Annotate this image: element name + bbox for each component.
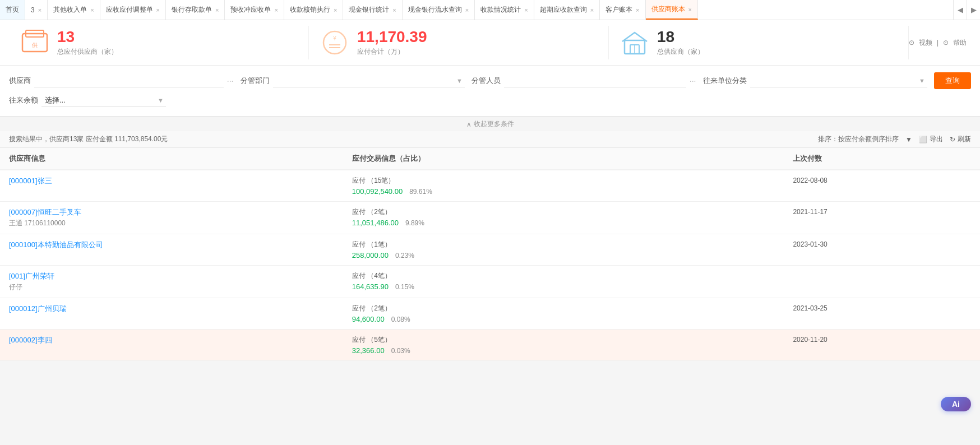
amount-link[interactable]: 32,366.00	[352, 346, 385, 355]
collapse-bar[interactable]: ∧ 收起更多条件	[0, 117, 980, 131]
close-receipt-verify[interactable]: ×	[334, 7, 337, 13]
percentage-text: 0.03%	[391, 347, 410, 355]
close-receipt-stat[interactable]: ×	[524, 7, 528, 13]
refresh-icon: ↻	[950, 136, 955, 143]
percentage-text: 0.15%	[395, 283, 414, 291]
supplier-sub-info: 仔仔	[9, 282, 334, 292]
stat-block-ap-total: ¥ 11,170.39 应付合计（万）	[309, 26, 609, 59]
supplier-icon-1: 供	[20, 28, 49, 57]
nav-tab-3[interactable]: 3 ×	[25, 0, 48, 20]
last-payment-date: 2021-11-17	[793, 208, 827, 216]
close-prepay-ar[interactable]: ×	[274, 7, 278, 13]
supplier-sub-info: 王通 17106110000	[9, 219, 334, 228]
last-payment-date: 2023-01-30	[793, 240, 827, 248]
result-bar: 搜索结果中，供应商13家 应付金额 111,703,854.00元 排序：按应付…	[0, 131, 980, 148]
refresh-action[interactable]: ↻ 刷新	[950, 135, 971, 144]
nav-tab-ar-ap-adjust[interactable]: 应收应付调整单 ×	[100, 0, 166, 20]
tx-label: 应付 （2笔）	[352, 208, 391, 216]
stats-bar: 供 13 总应付供应商（家） ¥ 11,170.39 应付合计（万）	[0, 20, 980, 66]
close-bank-deposit[interactable]: ×	[215, 7, 219, 13]
last-payment-cell: 2020-11-20	[784, 330, 980, 361]
stat-block-total-suppliers: 18 总供应商（家）	[609, 26, 909, 59]
svg-text:¥: ¥	[332, 35, 336, 41]
table-body: [000001]张三应付 （15笔）100,092,540.0089.61%20…	[0, 170, 980, 361]
last-payment-cell: 2021-03-25	[784, 298, 980, 330]
last-payment-cell: 2022-08-08	[784, 170, 980, 202]
nav-tab-bank-deposit[interactable]: 银行存取款单 ×	[166, 0, 225, 20]
filter-supplier: 供应商 ···	[9, 74, 234, 87]
table-row: [000002]李四应付 （5笔）32,366.000.03%2020-11-2…	[0, 330, 980, 361]
filter-person-input[interactable]	[504, 74, 686, 87]
export-action[interactable]: ⬜ 导出	[919, 135, 943, 144]
supplier-info-cell: [000100]本特勤油品有限公司	[0, 234, 343, 266]
query-button[interactable]: 查询	[934, 72, 971, 89]
nav-tab-prepay-ar[interactable]: 预收冲应收单 ×	[225, 0, 284, 20]
filter-balance-label: 往来余额	[9, 95, 38, 105]
amount-link[interactable]: 100,092,540.00	[352, 187, 403, 196]
supplier-info-cell: [000007]恒旺二手叉车王通 17106110000	[0, 202, 343, 234]
filter-person-dots[interactable]: ···	[690, 76, 696, 85]
close-tab-3[interactable]: ×	[38, 7, 41, 13]
table-row: [000012]广州贝瑞应付 （2笔）94,600.000.08%2021-03…	[0, 298, 980, 330]
close-cash-flow[interactable]: ×	[465, 7, 469, 13]
tx-line: 应付 （5笔）	[352, 335, 775, 345]
supplier-info-cell: [001]广州荣轩仔仔	[0, 266, 343, 298]
close-supplier-ledger[interactable]: ×	[688, 6, 692, 13]
nav-tab-cash-flow[interactable]: 现金银行流水查询 ×	[403, 0, 475, 20]
result-summary: 搜索结果中，供应商13家 应付金额 111,703,854.00元	[9, 135, 168, 144]
stat-ap-suppliers-number: 13	[57, 29, 118, 46]
supplier-link[interactable]: [000007]恒旺二手叉车	[9, 208, 81, 216]
filter-category-select-wrap: ▼	[750, 74, 928, 87]
tx-label: 应付 （2笔）	[352, 304, 391, 312]
last-payment-date: 2022-08-08	[793, 177, 827, 184]
stat-ap-suppliers-label: 总应付供应商（家）	[57, 47, 118, 57]
nav-tab-cash-stat[interactable]: 现金银行统计 ×	[343, 0, 402, 20]
close-other-income[interactable]: ×	[90, 7, 94, 13]
nav-prev-arrow[interactable]: ◀	[953, 0, 967, 20]
collapse-button[interactable]: ∧ 收起更多条件	[466, 119, 514, 129]
filter-person-label: 分管人员	[471, 76, 501, 86]
amount-link[interactable]: 11,051,486.00	[352, 219, 399, 227]
nav-tab-home[interactable]: 首页	[0, 0, 25, 20]
nav-tab-customer-ledger[interactable]: 客户账本 ×	[600, 0, 645, 20]
nav-tab-receipt-verify[interactable]: 收款核销执行 ×	[284, 0, 343, 20]
filter-balance-select[interactable]: 选择...	[41, 94, 166, 107]
filter-supplier-input[interactable]	[34, 74, 224, 87]
nav-tab-receipt-stat[interactable]: 收款情况统计 ×	[475, 0, 534, 20]
supplier-link[interactable]: [000012]广州贝瑞	[9, 304, 67, 313]
stat-block-ap-suppliers: 供 13 总应付供应商（家）	[9, 26, 309, 59]
supplier-icon-2: ¥	[320, 28, 349, 57]
filter-row-2: 往来余额 选择... ▼	[9, 94, 971, 107]
tx-line: 应付 （2笔）	[352, 207, 775, 217]
filter-dept-select[interactable]	[273, 74, 465, 87]
nav-next-arrow[interactable]: ▶	[967, 0, 980, 20]
tx-line: 应付 （2笔）	[352, 304, 775, 313]
tx-label: 应付 （4笔）	[352, 272, 391, 280]
filter-category-select[interactable]	[750, 74, 928, 87]
supplier-link[interactable]: [000001]张三	[9, 177, 52, 185]
stat-ap-total-info: 11,170.39 应付合计（万）	[357, 29, 427, 57]
video-link[interactable]: 视频	[919, 38, 932, 48]
sort-label: 排序：按应付余额倒序排序	[818, 135, 899, 144]
supplier-link[interactable]: [000002]李四	[9, 336, 52, 344]
tx-label: 应付 （5笔）	[352, 336, 391, 344]
nav-tab-supplier-ledger[interactable]: 供应商账本 ×	[646, 0, 698, 20]
help-link[interactable]: 帮助	[953, 38, 967, 48]
amount-link[interactable]: 164,635.90	[352, 282, 389, 291]
close-customer-ledger[interactable]: ×	[636, 7, 639, 13]
nav-tab-other-income[interactable]: 其他收入单 ×	[48, 0, 100, 20]
close-cash-stat[interactable]: ×	[392, 7, 396, 13]
close-overdue-ar[interactable]: ×	[590, 7, 594, 13]
top-right-links: ⊙ 视频 | ⊙ 帮助	[909, 38, 971, 48]
stat-ap-total-label: 应付合计（万）	[357, 47, 427, 57]
supplier-link[interactable]: [000100]本特勤油品有限公司	[9, 240, 103, 249]
filter-supplier-dots[interactable]: ···	[227, 76, 234, 85]
amount-link[interactable]: 94,600.00	[352, 315, 385, 323]
close-ar-ap-adjust[interactable]: ×	[156, 7, 160, 13]
amount-link[interactable]: 258,000.00	[352, 251, 389, 259]
nav-tab-overdue-ar[interactable]: 超期应收款查询 ×	[534, 0, 600, 20]
filter-balance: 往来余额 选择... ▼	[9, 94, 166, 107]
store-icon	[620, 28, 649, 57]
supplier-link[interactable]: [001]广州荣轩	[9, 272, 54, 280]
tx-label: 应付 （15笔）	[352, 177, 395, 184]
